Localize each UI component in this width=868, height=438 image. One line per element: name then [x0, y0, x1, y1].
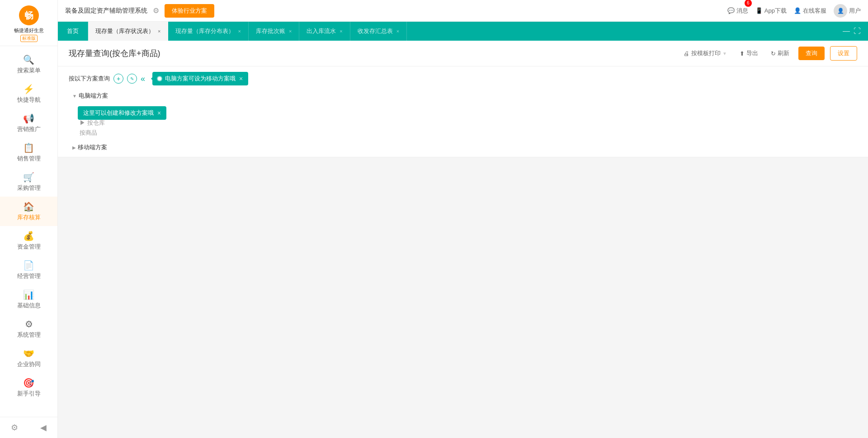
sidebar-label-guide: 新手引导 [17, 390, 41, 398]
filter-back-button[interactable]: « [141, 74, 145, 84]
tab-batch-account[interactable]: 库存批次账 × [249, 22, 299, 41]
filter-edit-button[interactable]: ✎ [127, 74, 137, 84]
avatar-icon: 👤 [837, 8, 844, 14]
mobile-scheme-label: 移动端方案 [78, 143, 107, 151]
export-button[interactable]: ⬆ 导出 [736, 47, 762, 59]
pc-scheme-items: ▶ 按仓库 按商品 [72, 118, 857, 138]
print-icon: 🖨 [684, 50, 689, 57]
system-title: 装备及固定资产辅助管理系统 [65, 7, 147, 15]
app-download-label: App下载 [764, 7, 787, 15]
user-menu[interactable]: 👤 用户 [834, 4, 861, 18]
settings-button[interactable]: ⚙ [11, 423, 18, 433]
sidebar-label-enterprise: 企业协同 [17, 360, 41, 368]
sales-icon: 📋 [23, 142, 34, 153]
mobile-scheme-section: ▶ 移动端方案 [69, 141, 857, 153]
marketing-icon: 📢 [23, 113, 34, 124]
sidebar-item-sales[interactable]: 📋 销售管理 [0, 138, 57, 167]
sidebar-item-inventory[interactable]: 🏠 库存核算 [0, 197, 57, 226]
scheme-item-warehouse[interactable]: ▶ 按仓库 [80, 118, 857, 128]
print-chevron: ▼ [722, 51, 727, 56]
settings-icon[interactable]: ⚙ [153, 6, 159, 15]
tooltip-pc-scheme: 电脑方案可设为移动方案哦 × [152, 72, 248, 85]
filter-header-label: 按以下方案查询 [69, 75, 110, 83]
mobile-scheme-arrow: ▶ [72, 145, 76, 150]
message-label: 消息 [736, 7, 748, 15]
tabbar: 首页 现存量（库存状况表） × 现存量（库存分布表） × 库存批次账 × 出入库… [58, 22, 868, 41]
filter-area: 按以下方案查询 + ✎ « 电脑方案可设为移动方案哦 × ▼ 电脑端方案 [58, 66, 868, 157]
sidebar-item-purchase[interactable]: 🛒 采购管理 [0, 167, 57, 197]
sidebar-item-enterprise[interactable]: 🤝 企业协同 [0, 344, 57, 373]
export-icon: ⬆ [740, 50, 745, 57]
tab-collect-summary[interactable]: 收发存汇总表 × [350, 22, 407, 41]
scheme-item-product[interactable]: 按商品 [80, 128, 857, 138]
sidebar-label-system: 系统管理 [17, 331, 41, 339]
refresh-icon: ↻ [771, 50, 776, 57]
logo-icon: 畅 [19, 5, 39, 25]
mobile-scheme-title[interactable]: ▶ 移动端方案 [72, 141, 857, 153]
scheme-section: ▼ 电脑端方案 这里可以创建和修改方案哦 × ▶ 按仓库 按商品 [69, 90, 857, 138]
tab-inventory-status-close[interactable]: × [158, 28, 160, 34]
sidebar-label-sales: 销售管理 [17, 155, 41, 163]
tab-inventory-dist[interactable]: 现存量（库存分布表） × [168, 22, 248, 41]
user-label: 用户 [849, 7, 861, 15]
sidebar-item-marketing[interactable]: 📢 营销推广 [0, 108, 57, 138]
online-support-label: 在线客服 [803, 7, 826, 15]
print-button[interactable]: 🖨 按模板打印 ▼ [680, 47, 731, 59]
logo-badge: 标准版 [20, 35, 38, 42]
tooltip2-close[interactable]: × [157, 109, 161, 117]
sidebar-item-search[interactable]: 🔍 搜索菜单 [0, 50, 57, 79]
sidebar-item-system[interactable]: ⚙ 系统管理 [0, 314, 57, 344]
sidebar-label-search: 搜索菜单 [17, 66, 41, 75]
tabbar-right: — ⛶ [843, 27, 868, 35]
tab-home[interactable]: 首页 [58, 22, 88, 41]
tab-fullscreen-icon[interactable]: ⛶ [854, 27, 861, 35]
query-button[interactable]: 查询 [798, 47, 825, 60]
tooltip1-close[interactable]: × [239, 75, 243, 82]
tab-home-label: 首页 [67, 27, 79, 35]
tab-inout-flow-close[interactable]: × [340, 28, 342, 34]
phone-icon: 📱 [755, 7, 763, 14]
page-content: 现存量查询(按仓库+商品) 🖨 按模板打印 ▼ ⬆ 导出 ↻ 刷新 查询 设置 [58, 41, 868, 438]
sidebar-item-operations[interactable]: 📄 经营管理 [0, 255, 57, 285]
inventory-icon: 🏠 [23, 201, 34, 212]
sidebar-label-quick-nav: 快捷导航 [17, 96, 41, 104]
filter-add-button[interactable]: + [113, 74, 123, 84]
tab-minimize-icon[interactable]: — [843, 27, 850, 35]
sidebar-item-guide[interactable]: 🎯 新手引导 [0, 373, 57, 402]
print-label: 按模板打印 [691, 49, 721, 57]
sidebar-item-basic-info[interactable]: 📊 基础信息 [0, 285, 57, 314]
main-content: 装备及固定资产辅助管理系统 ⚙ 体验行业方案 💬 6 消息 📱 App下载 👤 … [58, 0, 868, 438]
sidebar-item-finance[interactable]: 💰 资金管理 [0, 226, 57, 255]
logo-name: 畅捷通好生意 [14, 27, 44, 34]
collapse-sidebar-button[interactable]: ◀ [40, 423, 47, 433]
message-button[interactable]: 💬 6 消息 [727, 7, 748, 15]
purchase-icon: 🛒 [23, 172, 34, 183]
message-badge: 6 [745, 0, 752, 7]
tab-inventory-status[interactable]: 现存量（库存状况表） × [88, 22, 168, 41]
support-icon: 👤 [794, 7, 801, 14]
page-header: 现存量查询(按仓库+商品) 🖨 按模板打印 ▼ ⬆ 导出 ↻ 刷新 查询 设置 [58, 41, 868, 66]
sidebar-label-purchase: 采购管理 [17, 184, 41, 192]
basic-info-icon: 📊 [23, 289, 34, 300]
sidebar-menu: 🔍 搜索菜单 ⚡ 快捷导航 📢 营销推广 📋 销售管理 🛒 采购管理 🏠 库存核… [0, 46, 57, 417]
user-avatar: 👤 [834, 4, 847, 18]
tab-inout-flow[interactable]: 出入库流水 × [299, 22, 350, 41]
guide-icon: 🎯 [23, 377, 34, 388]
app-download-button[interactable]: 📱 App下载 [755, 7, 787, 15]
tab-inventory-dist-close[interactable]: × [238, 28, 241, 34]
trial-button[interactable]: 体验行业方案 [165, 4, 214, 18]
refresh-button[interactable]: ↻ 刷新 [767, 47, 793, 59]
page-title: 现存量查询(按仓库+商品) [69, 48, 160, 59]
sidebar-item-quick-nav[interactable]: ⚡ 快捷导航 [0, 79, 57, 108]
pc-scheme-title[interactable]: ▼ 电脑端方案 [72, 90, 857, 102]
page-header-actions: 🖨 按模板打印 ▼ ⬆ 导出 ↻ 刷新 查询 设置 [680, 46, 857, 61]
tooltip-create-scheme: 这里可以创建和修改方案哦 × [78, 106, 166, 120]
tab-batch-account-label: 库存批次账 [256, 27, 285, 35]
topbar-left: 装备及固定资产辅助管理系统 ⚙ 体验行业方案 [65, 4, 214, 18]
online-support-button[interactable]: 👤 在线客服 [794, 7, 826, 15]
tab-collect-summary-close[interactable]: × [396, 28, 399, 34]
enterprise-icon: 🤝 [23, 348, 34, 359]
tab-batch-account-close[interactable]: × [289, 28, 292, 34]
settings-page-button[interactable]: 设置 [830, 46, 857, 61]
topbar-right: 💬 6 消息 📱 App下载 👤 在线客服 👤 用户 [727, 4, 861, 18]
